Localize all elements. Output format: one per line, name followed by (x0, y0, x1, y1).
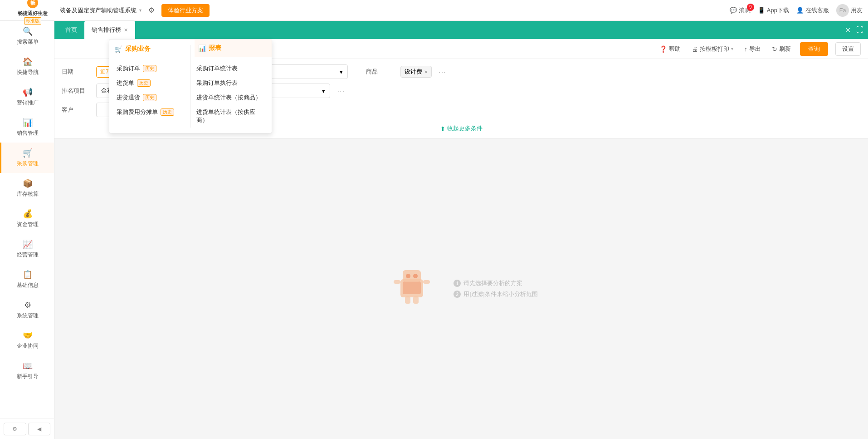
sidebar-item-inventory[interactable]: 📦 库存核算 (0, 173, 54, 203)
hint-num-2: 2 (454, 291, 461, 298)
tab-sales-rank[interactable]: 销售排行榜 ✕ (84, 21, 135, 39)
empty-content: 1 请先选择要分析的方案 2 用[过滤]条件来缩小分析范围 (385, 266, 537, 312)
ranking-label: 排名项目 (62, 87, 89, 95)
history-badge-4: 历史 (161, 109, 174, 116)
sidebar-item-sales[interactable]: 📊 销售管理 (0, 112, 54, 143)
history-badge-1: 历史 (143, 65, 156, 72)
empty-state: 1 请先选择要分析的方案 2 用[过滤]条件来缩小分析范围 (54, 138, 868, 439)
collapse-button[interactable]: ⬆ 收起更多条件 (440, 124, 483, 133)
tab-close-icon[interactable]: ✕ (124, 27, 128, 33)
export-icon: ↑ (744, 45, 747, 53)
customer-label: 客户 (62, 106, 89, 114)
sidebar-item-base[interactable]: 📋 基础信息 (0, 264, 54, 295)
svg-rect-3 (403, 281, 421, 294)
logo-icon: 畅 (24, 0, 41, 10)
menu-item-goods-return[interactable]: 进货退货 历史 (115, 90, 187, 105)
report-section-icon: 📊 (198, 44, 206, 52)
online-service-label: 在线客服 (805, 6, 829, 15)
purchase-section-icon: 🛒 (115, 45, 122, 53)
sidebar-bottom: ⚙ ◀ (0, 419, 54, 439)
query-button[interactable]: 查询 (800, 42, 828, 56)
app-download-label: App下载 (767, 6, 789, 15)
export-label: 导出 (749, 45, 761, 53)
sidebar-item-purchase[interactable]: 🛒 采购管理 (0, 143, 54, 173)
logo-tag: 标准版 (24, 17, 41, 25)
message-button[interactable]: 💬 消息 9 (730, 6, 751, 15)
sidebar-settings-btn[interactable]: ⚙ (4, 423, 26, 435)
gear-button[interactable]: ⚙ (145, 4, 158, 17)
doc-status-dropdown-icon: ▾ (340, 69, 343, 75)
tab-home-label: 首页 (65, 26, 77, 34)
date-label: 日期 (62, 68, 89, 76)
sidebar-label-sales: 销售管理 (17, 129, 39, 137)
goods-label: 商品 (366, 68, 393, 76)
sidebar-item-operations[interactable]: 📈 经营管理 (0, 234, 54, 264)
base-icon: 📋 (23, 270, 33, 280)
online-service-button[interactable]: 👤 在线客服 (796, 6, 829, 15)
sidebar-label-system: 系统管理 (17, 312, 39, 320)
empty-hints: 1 请先选择要分析的方案 2 用[过滤]条件来缩小分析范围 (454, 279, 537, 298)
help-button[interactable]: ❓ 帮助 (658, 45, 683, 53)
tab-sales-rank-label: 销售排行榜 (92, 26, 121, 34)
menu-item-purchase-expense[interactable]: 采购费用分摊单 历史 (115, 105, 187, 119)
export-button[interactable]: ↑ 导出 (742, 45, 763, 53)
top-header: 畅 畅捷通好生意 标准版 装备及固定资产辅助管理系统 ▾ ⚙ 体验行业方案 💬 … (0, 0, 868, 21)
menu-item-goods-receipt[interactable]: 进货单 历史 (115, 76, 187, 90)
sidebar-item-quick[interactable]: 🏠 快捷导航 (0, 51, 54, 82)
menu-divider (190, 45, 191, 128)
settings-button[interactable]: 设置 (835, 42, 861, 56)
user-button[interactable]: Ea 用友 (836, 4, 863, 17)
sidebar-item-enterprise[interactable]: 🤝 企业协同 (0, 325, 54, 355)
tab-close-all-icon[interactable]: ✕ (844, 25, 852, 35)
sidebar-item-capital[interactable]: 💰 资金管理 (0, 203, 54, 234)
svg-rect-9 (405, 296, 410, 304)
svg-rect-10 (413, 296, 419, 304)
app-download-button[interactable]: 📱 App下载 (758, 6, 789, 15)
sidebar-collapse-btn[interactable]: ◀ (28, 423, 51, 435)
history-badge-3: 历史 (143, 94, 156, 101)
sidebar: 🔍 搜索菜单 🏠 快捷导航 📢 营销推广 📊 销售管理 🛒 采购管理 📦 库存核… (0, 21, 54, 439)
purchase-menu-section: 🛒 采购业务 采购订单 历史 进货单 历史 进货退货 历史 采购费用分摊单 (115, 45, 187, 128)
svg-rect-8 (423, 280, 430, 284)
sys-title[interactable]: 装备及固定资产辅助管理系统 ▾ (60, 6, 141, 15)
tab-expand-icon[interactable]: ⛶ (855, 25, 864, 35)
menu-item-purchase-order[interactable]: 采购订单 历史 (115, 61, 187, 76)
refresh-button[interactable]: ↻ 刷新 (770, 45, 793, 53)
refresh-label: 刷新 (779, 45, 791, 53)
sidebar-item-marketing[interactable]: 📢 营销推广 (0, 82, 54, 112)
salesperson-more-btn[interactable]: ··· (337, 88, 345, 94)
collapse-label: 收起更多条件 (447, 124, 483, 133)
avatar: Ea (836, 4, 849, 17)
menu-item-goods-stat-by-supplier[interactable]: 进货单统计表（按供应商） (195, 105, 267, 128)
help-icon: ❓ (659, 45, 667, 53)
menu-item-po-stat-label: 采购订单统计表 (196, 64, 238, 73)
goods-value: 设计费 (405, 68, 422, 76)
sys-title-dropdown-icon[interactable]: ▾ (139, 8, 141, 13)
phone-icon: 📱 (758, 7, 765, 14)
home-icon: 🏠 (23, 57, 33, 67)
report-menu-section: 📊 报表 采购订单统计表 采购订单执行表 进货单统计表（按商品） 进货单统计表（… (195, 45, 267, 128)
menu-item-po-exec-label: 采购订单执行表 (196, 79, 238, 87)
enterprise-icon: 🤝 (23, 330, 33, 340)
menu-item-purchase-order-exec[interactable]: 采购订单执行表 (195, 76, 267, 90)
goods-tag-close-icon[interactable]: ✕ (424, 69, 428, 74)
sidebar-item-system[interactable]: ⚙ 系统管理 (0, 295, 54, 325)
empty-hint-1: 1 请先选择要分析的方案 (454, 279, 537, 287)
sidebar-item-search[interactable]: 🔍 搜索菜单 (0, 21, 54, 51)
history-badge-2: 历史 (137, 79, 151, 87)
print-button[interactable]: 🖨 按模板打印 ▾ (690, 45, 735, 53)
help-label: 帮助 (669, 45, 681, 53)
goods-more-btn[interactable]: ··· (439, 69, 447, 75)
sidebar-label-base: 基础信息 (17, 281, 39, 289)
report-section-title: 📊 报表 (195, 39, 272, 57)
tab-home[interactable]: 首页 (58, 21, 84, 39)
message-icon: 💬 (730, 7, 737, 14)
menu-item-goods-stat-by-item[interactable]: 进货单统计表（按商品） (195, 90, 267, 105)
sidebar-label-purchase: 采购管理 (17, 160, 39, 168)
print-dropdown-icon[interactable]: ▾ (731, 46, 733, 51)
sidebar-item-guide[interactable]: 📖 新手引导 (0, 355, 54, 386)
menu-item-purchase-order-stat[interactable]: 采购订单统计表 (195, 61, 267, 76)
empty-hint-2: 2 用[过滤]条件来缩小分析范围 (454, 290, 537, 298)
industry-button[interactable]: 体验行业方案 (161, 4, 210, 17)
sidebar-label-search: 搜索菜单 (17, 38, 39, 46)
